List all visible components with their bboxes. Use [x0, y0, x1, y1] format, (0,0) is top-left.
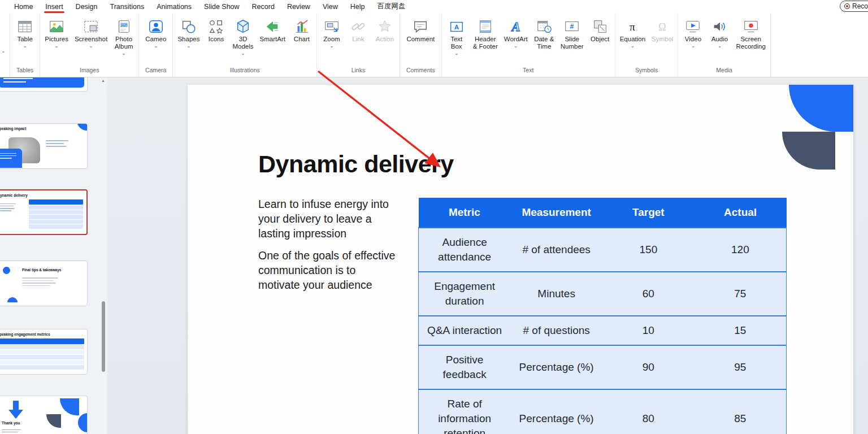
slide-title[interactable]: Dynamic delivery	[258, 150, 454, 178]
cell: 80	[602, 389, 695, 434]
powerpoint-window: Home Insert Design Transitions Animation…	[0, 0, 868, 434]
text-line	[0, 155, 16, 157]
video-button[interactable]: Video ⌄	[680, 15, 706, 49]
menu-animations[interactable]: Animations	[150, 1, 198, 13]
cell: 90	[602, 345, 695, 389]
3d-models-button[interactable]: 3D Models ⌄	[229, 15, 256, 56]
thumbnail-blue-block	[0, 77, 84, 88]
text-line	[46, 143, 64, 144]
menu-insert[interactable]: Insert	[39, 1, 69, 13]
header-measurement: Measurement	[510, 198, 602, 228]
wordart-button[interactable]: A WordArt ⌄	[501, 15, 531, 49]
dropdown-chevron-icon: ⌄	[454, 51, 459, 55]
cell: 120	[695, 228, 787, 272]
wordart-icon: A	[507, 17, 524, 36]
current-slide[interactable]: Dynamic delivery Learn to infuse energy …	[188, 85, 853, 434]
half-circle-decoration	[7, 297, 18, 302]
equation-icon: π	[624, 17, 641, 36]
mini-table-row	[0, 354, 84, 359]
mini-table-row	[0, 364, 84, 370]
menu-help[interactable]: Help	[344, 1, 371, 13]
ribbon-group-illustrations: Shapes ⌄ Icons 3D Models ⌄ SmartArt	[173, 13, 316, 77]
record-button[interactable]: Reco	[840, 1, 868, 12]
mini-table-row	[29, 219, 83, 224]
photo-album-button[interactable]: Photo Album ⌄	[111, 15, 137, 56]
insert-ribbon: ⌄ Table ⌄ Tables Pictures ⌄	[0, 13, 868, 77]
menu-home[interactable]: Home	[8, 1, 39, 13]
slide-body-text[interactable]: Learn to infuse energy into your deliver…	[258, 197, 396, 300]
text-line	[22, 283, 56, 284]
action-button: Action	[372, 15, 398, 44]
thumbnail-title: peaking impact	[0, 127, 26, 131]
petal-decoration	[77, 123, 88, 131]
table-row: Engagement duration Minutes 60 75	[419, 272, 787, 316]
cell: Positive feedback	[419, 345, 511, 389]
equation-button[interactable]: π Equation ⌄	[617, 15, 648, 49]
icons-button[interactable]: Icons	[203, 15, 229, 44]
group-label-tables: Tables	[12, 65, 38, 77]
screenshot-button[interactable]: Screenshot ⌄	[72, 15, 110, 49]
cameo-button[interactable]: Cameo ⌄	[142, 15, 169, 49]
slide-thumbnail-3-selected[interactable]: ynamic delivery	[0, 189, 88, 235]
dot-decoration	[3, 267, 10, 274]
scrollbar-thumb[interactable]	[102, 301, 105, 372]
chart-icon	[293, 17, 310, 36]
record-button-label: Reco	[852, 2, 868, 10]
header-footer-icon	[477, 17, 494, 36]
screen-recording-button[interactable]: Screen Recording	[733, 15, 768, 51]
slide-thumbnail-2[interactable]: peaking impact	[0, 123, 88, 169]
menu-transitions[interactable]: Transitions	[104, 1, 151, 13]
audio-button[interactable]: Audio ⌄	[706, 15, 732, 49]
table-row: Positive feedback Percentage (%) 90 95	[419, 345, 787, 389]
cell: Engagement duration	[419, 272, 511, 316]
slide-thumbnail-6[interactable]: Thank you	[0, 396, 88, 434]
metrics-table[interactable]: Metric Measurement Target Actual Audienc…	[418, 198, 787, 434]
shapes-button[interactable]: Shapes ⌄	[175, 15, 202, 49]
svg-text:Ω: Ω	[658, 20, 666, 32]
smartart-button[interactable]: SmartArt	[257, 15, 288, 44]
icons-icon	[207, 17, 224, 36]
slide-thumbnail-1[interactable]	[0, 77, 88, 92]
slide-number-button[interactable]: # Slide Number	[558, 15, 587, 51]
slide-thumbnail-4[interactable]: Final tips & takeaways	[0, 261, 88, 306]
photo-album-icon	[115, 17, 132, 36]
comment-button[interactable]: Comment	[403, 15, 437, 44]
dropdown-chevron-icon: ⌄	[691, 44, 696, 48]
cell: 15	[695, 316, 787, 345]
mini-table-row	[29, 205, 83, 210]
chart-button[interactable]: Chart	[289, 15, 315, 44]
text-box-button[interactable]: A Text Box ⌄	[444, 15, 470, 56]
menu-record[interactable]: Record	[246, 1, 281, 13]
cell: 150	[602, 228, 695, 272]
table-button[interactable]: Table ⌄	[12, 15, 38, 49]
mini-table-row	[0, 359, 84, 364]
ribbon-group-camera: Cameo ⌄ Camera	[139, 13, 173, 77]
thumbnail-scrollbar[interactable]: ▲	[101, 77, 106, 434]
symbol-icon: Ω	[654, 17, 671, 36]
thumbnail-text-lines	[0, 202, 17, 212]
date-time-button[interactable]: Date & Time	[531, 15, 557, 51]
svg-text:A: A	[454, 23, 459, 30]
zoom-button[interactable]: Zoom ⌄	[319, 15, 345, 49]
menu-design[interactable]: Design	[70, 1, 104, 13]
text-line	[22, 285, 50, 287]
cell: Percentage (%)	[510, 345, 602, 389]
petal-decoration	[78, 413, 88, 432]
group-label-comments: Comments	[402, 65, 440, 77]
text-line	[46, 146, 66, 147]
slide-thumbnail-5[interactable]: peaking engagement metrics	[0, 329, 88, 375]
mini-table-row	[0, 349, 84, 354]
table-icon	[16, 17, 33, 36]
menu-slide-show[interactable]: Slide Show	[198, 1, 246, 13]
object-button[interactable]: Object	[587, 15, 613, 44]
scroll-up-arrow-icon[interactable]: ▲	[101, 79, 106, 83]
dropdown-chevron-icon: ⌄	[121, 51, 126, 55]
menu-view[interactable]: View	[316, 1, 344, 13]
pictures-button[interactable]: Pictures ⌄	[42, 15, 71, 49]
menu-baidu-netdisk[interactable]: 百度网盘	[371, 0, 411, 14]
mini-table-row	[29, 214, 83, 219]
menu-review[interactable]: Review	[281, 1, 316, 13]
cell: 95	[695, 345, 787, 389]
header-footer-button[interactable]: Header & Footer	[470, 15, 501, 51]
video-icon	[684, 17, 701, 36]
